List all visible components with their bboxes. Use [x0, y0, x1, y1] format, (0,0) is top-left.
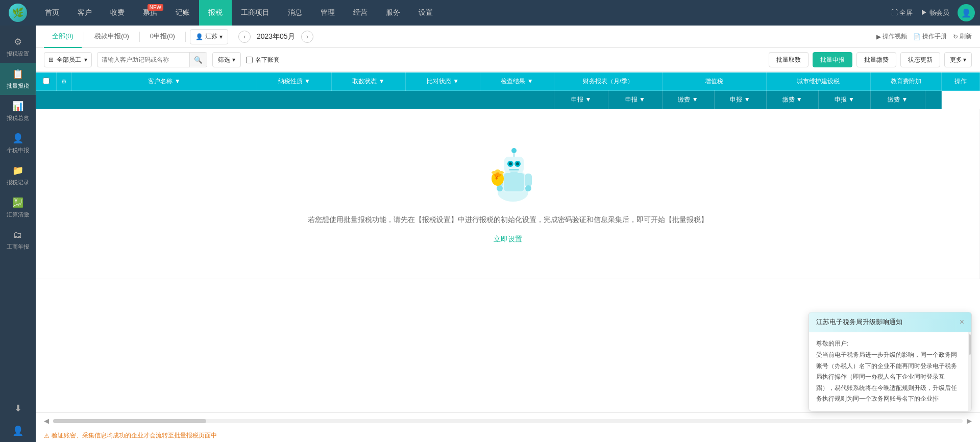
- filter-button[interactable]: 筛选 ▾: [212, 52, 241, 67]
- svg-point-21: [499, 171, 504, 174]
- search-button[interactable]: 🔍: [189, 52, 207, 67]
- batch-fetch-btn[interactable]: 批量取数: [769, 52, 808, 67]
- th-spacer: [36, 91, 554, 109]
- batch-declare-btn[interactable]: 批量申报: [813, 52, 852, 67]
- date-navigation: ‹ 2023年05月 ›: [238, 31, 313, 43]
- nav-customer[interactable]: 客户: [68, 0, 101, 26]
- notif-scrollbar-thumb: [969, 334, 971, 355]
- nav-collection[interactable]: 收费: [101, 0, 134, 26]
- prev-month-btn[interactable]: ‹: [238, 31, 251, 43]
- th-vat-declare-sub: 申报 ▼: [608, 91, 662, 109]
- sidebar-item-personal-tax[interactable]: 👤 个税申报: [0, 127, 36, 159]
- nav-settings[interactable]: 设置: [409, 0, 442, 26]
- nav-home[interactable]: 首页: [36, 0, 68, 26]
- refresh-icon: ↻: [953, 33, 958, 40]
- next-month-btn[interactable]: ›: [301, 31, 313, 43]
- sidebar-item-clearing[interactable]: 💹 汇算清缴: [0, 191, 36, 224]
- fullscreen-btn[interactable]: ⛶ 全屏: [891, 8, 913, 17]
- employee-selector[interactable]: ⊞ 全部员工 ▾: [44, 52, 92, 67]
- sidebar-item-tax-records[interactable]: 📁 报税记录: [0, 159, 36, 191]
- user-avatar[interactable]: 👤: [958, 4, 975, 21]
- notif-scrollbar[interactable]: [968, 332, 971, 411]
- search-box: 🔍: [97, 52, 207, 67]
- more-btn[interactable]: 更多 ▾: [944, 52, 972, 67]
- refresh-btn[interactable]: ↻ 刷新: [953, 32, 972, 41]
- th-financial-declare: 申报 ▼: [554, 91, 608, 109]
- th-settings: ⚙: [57, 72, 72, 91]
- batch-pay-btn[interactable]: 批量缴费: [856, 52, 896, 67]
- sidebar-bottom: ⬇ 👤: [0, 397, 36, 442]
- video-icon: ▶: [876, 33, 881, 40]
- accounts-checkbox[interactable]: [246, 57, 253, 63]
- scroll-left-btn[interactable]: ◀: [44, 417, 49, 425]
- vip-btn[interactable]: ▶ 畅会员: [921, 8, 949, 17]
- logo-icon: 🌿: [9, 4, 27, 22]
- tab-zero-declaration[interactable]: 0申报(0): [142, 26, 183, 48]
- book-icon: 📄: [913, 33, 921, 40]
- th-city-declare-sub: 申报 ▼: [714, 91, 766, 109]
- th-edu-pay-sub: 缴费 ▼: [870, 91, 925, 109]
- th-op-spacer: [925, 91, 941, 109]
- th-compare-status: 比对状态 ▼: [406, 72, 480, 91]
- tax-settings-icon: ⚙: [12, 36, 24, 48]
- nav-message[interactable]: 消息: [279, 0, 311, 26]
- nav-service[interactable]: 服务: [377, 0, 409, 26]
- sidebar-item-tax-settings[interactable]: ⚙ 报税设置: [0, 31, 36, 63]
- svg-rect-2: [504, 173, 524, 191]
- checkbox-label[interactable]: 名下账套: [246, 56, 280, 64]
- nav-invoice[interactable]: 票据 NEW: [134, 0, 166, 26]
- notif-close-btn[interactable]: ×: [960, 317, 964, 327]
- app-logo[interactable]: 🌿: [5, 3, 31, 23]
- th-tax-nature: 纳税性质 ▼: [257, 72, 332, 91]
- tab-all[interactable]: 全部(0): [44, 26, 82, 48]
- sidebar: ⚙ 报税设置 📋 批量报税 📊 报税总览 👤 个税申报 📁 报税记录 💹 汇算清…: [0, 26, 36, 442]
- chevron-down-icon: ▾: [84, 56, 87, 63]
- nav-operation[interactable]: 经营: [344, 0, 377, 26]
- person-icon: 👤: [195, 33, 203, 40]
- search-input[interactable]: [97, 56, 189, 63]
- th-financial-report: 财务报表（月/季）: [554, 72, 662, 91]
- gear-icon[interactable]: ⚙: [61, 78, 67, 85]
- empty-message: 若您想使用批量报税功能，请先在【报税设置】中进行报税的初始化设置，完成密码验证和…: [308, 215, 708, 225]
- tab-divider-1: [84, 32, 84, 42]
- sidebar-item-batch-tax[interactable]: 📋 批量报税: [0, 63, 36, 95]
- nav-tax[interactable]: 报税: [199, 0, 232, 26]
- th-check-result: 检查结果 ▼: [480, 72, 554, 91]
- user-icon: 👤: [12, 425, 24, 437]
- warning-icon: ⚠: [44, 432, 50, 439]
- select-all-checkbox[interactable]: [43, 78, 50, 84]
- scroll-right-btn[interactable]: ▶: [967, 417, 972, 425]
- sidebar-item-download[interactable]: ⬇: [0, 397, 36, 420]
- nav-bizproject[interactable]: 工商项目: [232, 0, 279, 26]
- svg-point-15: [511, 148, 517, 153]
- nav-bookkeeping[interactable]: 记账: [166, 0, 199, 26]
- horizontal-scrollbar[interactable]: [53, 419, 963, 423]
- region-selector[interactable]: 👤 江苏 ▾: [190, 29, 228, 44]
- th-city-pay-sub: 缴费 ▼: [766, 91, 818, 109]
- tab-divider-3: [185, 32, 186, 42]
- setup-link[interactable]: 立即设置: [494, 235, 522, 244]
- th-customer-name: 客户名称 ▼: [72, 72, 257, 91]
- tab-tax-declaration[interactable]: 税款申报(0): [86, 26, 137, 48]
- sidebar-item-annual-report[interactable]: 🗂 工商年报: [0, 224, 36, 256]
- sidebar-item-user[interactable]: 👤: [0, 420, 36, 442]
- nav-items: 首页 客户 收费 票据 NEW 记账 报税 工商项目 消息 管理 经营 服务 设…: [36, 0, 891, 26]
- th-vat-pay-sub: 缴费 ▼: [662, 91, 714, 109]
- svg-rect-7: [504, 157, 524, 173]
- operation-manual-btn[interactable]: 📄 操作手册: [913, 32, 947, 41]
- annual-report-icon: 🗂: [12, 229, 24, 241]
- tab-bar-right: ▶ 操作视频 📄 操作手册 ↻ 刷新: [876, 32, 972, 41]
- chevron-down-icon: ▾: [232, 56, 235, 63]
- svg-point-11: [509, 162, 512, 165]
- robot-illustration: ¥: [475, 144, 541, 205]
- status-update-btn[interactable]: 状态更新: [900, 52, 940, 67]
- tab-bar: 全部(0) 税款申报(0) 0申报(0) 👤 江苏 ▾ ‹ 2023年05月 ›…: [36, 26, 980, 48]
- nav-management[interactable]: 管理: [311, 0, 344, 26]
- operation-video-btn[interactable]: ▶ 操作视频: [876, 32, 907, 41]
- th-operation: 操作: [942, 72, 980, 91]
- warning-text: ⚠ 验证账密、采集信息均成功的企业才会流转至批量报税页面中: [44, 431, 972, 440]
- bottom-bar: ◀ ▶: [36, 412, 980, 429]
- chevron-down-icon: ▾: [963, 56, 966, 63]
- tax-records-icon: 📁: [12, 164, 24, 177]
- sidebar-item-tax-overview[interactable]: 📊 报税总览: [0, 95, 36, 127]
